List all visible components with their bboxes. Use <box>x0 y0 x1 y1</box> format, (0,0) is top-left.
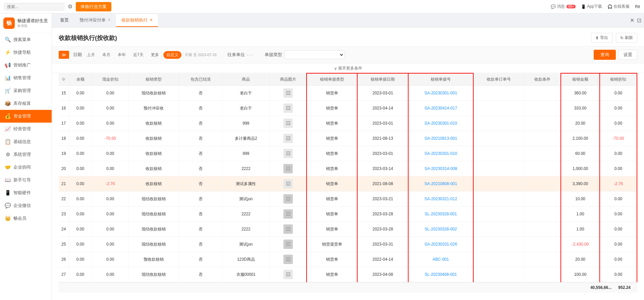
td-voucher-no[interactable]: SA-20230301-001 <box>408 86 473 101</box>
voucher-no-link[interactable]: SL-20230408-001 <box>425 272 457 277</box>
top-right-actions: 💬 消息 99+ 📱 App下载 🎧 在线客服 Rit <box>551 4 640 9</box>
sidebar-item-collab[interactable]: 🤝 企业协同 <box>0 161 52 174</box>
sidebar-item-marketing[interactable]: 📢 营销推广 <box>0 59 52 72</box>
settings-icon[interactable]: ⚙ <box>68 3 72 10</box>
sidebar-item-inventory[interactable]: 📦 库存核算 <box>0 97 52 110</box>
filter-expand-button[interactable]: ≫ <box>59 51 69 59</box>
th-verify-discount: 核销折扣 <box>600 73 637 86</box>
td-id: 18 <box>59 131 69 146</box>
td-voucher-no[interactable]: SA-20230314-008 <box>408 161 473 176</box>
table-row: 24 0.00 0.00 现结收款核销 否 2222 🖼 销货单 2023-03… <box>59 222 637 237</box>
sidebar-item-purchase[interactable]: 🛒 采购管理 <box>0 84 52 97</box>
voucher-no-link[interactable]: ABC-001 <box>433 257 449 262</box>
td-voucher-no[interactable]: SA-20230301-010 <box>408 146 473 161</box>
date-pill-7days[interactable]: 近7天 <box>130 51 147 59</box>
td-include-settled: 否 <box>179 267 222 282</box>
tab-home[interactable]: 首页 <box>55 14 74 27</box>
td-goods: 多计量商品2 <box>222 131 270 146</box>
voucher-no-link[interactable]: SA-20210813-001 <box>424 136 457 141</box>
user-name[interactable]: Rit <box>635 4 640 9</box>
td-goods: 2222 <box>222 161 270 176</box>
date-pill-this-month[interactable]: 本月 <box>99 51 113 59</box>
tab-verify[interactable]: 收款核销执行 ✕ <box>116 14 158 27</box>
td-balance: 0.00 <box>69 222 92 237</box>
sidebar-item-guide[interactable]: 📖 新手引导 <box>0 174 52 186</box>
goods-image: 🖼 <box>283 119 293 128</box>
td-receipt-condition <box>524 267 561 282</box>
export-button[interactable]: ⬆ 导出 <box>591 33 612 43</box>
sidebar-item-member[interactable]: 👑 畅会员 <box>0 212 52 225</box>
column-settings-icon[interactable]: ⚙ <box>62 77 65 82</box>
td-voucher-type: 销货单 <box>307 161 358 176</box>
voucher-no-link[interactable]: SA-20230314-008 <box>424 166 457 171</box>
page-content: 收款核销执行(按收款) ⬆ 导出 ↻ 刷新 ≫ 日期 <box>52 28 644 300</box>
tab-prepay-close[interactable]: ✕ <box>108 18 111 22</box>
th-receipt-order-no: 收款单订单号 <box>473 73 524 86</box>
td-include-settled: 否 <box>179 207 222 222</box>
date-pill-more[interactable]: 更多 <box>148 51 162 59</box>
export-icon: ⬆ <box>595 36 599 40</box>
td-voucher-no[interactable]: SA-20230321-012 <box>408 191 473 207</box>
td-cash-discount: 0.00 <box>92 161 128 176</box>
td-id: 26 <box>59 252 69 267</box>
td-cash-discount: 0.00 <box>92 86 128 101</box>
td-balance: 0.00 <box>69 161 92 176</box>
table-row: 25 0.00 0.00 现结收款核销 否 测试jun 🖼 销货退货单 2023… <box>59 237 637 252</box>
td-voucher-no[interactable]: SA-20230414-017 <box>408 101 473 116</box>
message-action[interactable]: 💬 消息 99+ <box>551 4 576 9</box>
td-voucher-type: 销货单 <box>307 176 358 191</box>
td-include-settled: 否 <box>179 252 222 267</box>
footer-total-amount: 40,556,66... <box>590 285 611 290</box>
sidebar-item-hardware[interactable]: 📱 智能硬件 <box>0 186 52 199</box>
date-pill-custom[interactable]: 自定义 <box>163 51 181 59</box>
sidebar-item-basic[interactable]: 📋 基础信息 <box>0 135 52 148</box>
date-pill-this-year[interactable]: 本年 <box>115 51 129 59</box>
online-service-action[interactable]: 🎧 在线客服 <box>607 4 630 9</box>
goods-image: 🖼 <box>283 224 293 234</box>
voucher-no-link[interactable]: SA-20230301-010 <box>424 121 457 126</box>
voucher-no-link[interactable]: SA-20230331-026 <box>424 242 457 247</box>
td-voucher-no[interactable]: SL-20230408-001 <box>408 267 473 282</box>
td-voucher-no[interactable]: SA-20210808-001 <box>408 176 473 191</box>
td-voucher-no[interactable]: SA-20210813-001 <box>408 131 473 146</box>
voucher-no-link[interactable]: SA-20230301-001 <box>424 91 457 95</box>
sidebar-item-wechat[interactable]: 💬 企业微信 <box>0 199 52 212</box>
td-voucher-no[interactable]: ABC-001 <box>408 252 473 267</box>
top-search-input[interactable] <box>4 3 64 10</box>
voucher-no-link[interactable]: SA-20210808-001 <box>424 181 457 186</box>
tab-verify-close[interactable]: ✕ <box>150 18 153 22</box>
td-verify-type: 现结收款核销 <box>128 86 179 101</box>
td-voucher-no[interactable]: SA-20230331-026 <box>408 237 473 252</box>
sidebar-item-management[interactable]: 📈 经营管理 <box>0 123 52 135</box>
voucher-no-link[interactable]: SL-20230328-001 <box>425 212 457 216</box>
td-receipt-condition <box>524 116 561 131</box>
sidebar-nav: 🔍 搜索菜单 ⚡ 快捷导航 📢 营销推广 📊 销售管理 🛒 采购管理 📦 <box>0 33 52 300</box>
td-voucher-no[interactable]: SL-20230328-002 <box>408 222 473 237</box>
table-scroll-wrapper[interactable]: ⚙ 余额 现金折扣 核销类型 包含已结清 商品 商品图片 核销单据类型 核销单据… <box>59 73 637 282</box>
query-button[interactable]: 查询 <box>594 50 616 60</box>
th-goods-img: 商品图片 <box>270 73 307 86</box>
tab-prepay[interactable]: 预付冲应付单 ✕ <box>74 14 116 27</box>
td-receipt-order-no <box>473 86 524 101</box>
setting-button[interactable]: 设置 <box>619 50 637 60</box>
sidebar-item-system[interactable]: ⚙ 系统管理 <box>0 148 52 161</box>
voucher-type-select[interactable] <box>284 50 344 59</box>
td-voucher-no[interactable]: SL-20230328-001 <box>408 207 473 222</box>
industry-solution-button[interactable]: 体验行业方案 <box>76 2 111 11</box>
sidebar-item-finance[interactable]: 💰 资金管理 <box>0 110 52 123</box>
refresh-button[interactable]: ↻ 刷新 <box>616 33 637 43</box>
content-area: 首页 预付冲应付单 ✕ 收款核销执行 ✕ ✕ ⊡ 收款核销执行(按收款) <box>52 13 644 300</box>
sidebar-item-sales[interactable]: 📊 销售管理 <box>0 72 52 84</box>
app-download-action[interactable]: 📱 App下载 <box>581 4 602 9</box>
td-voucher-no[interactable]: SA-20230301-010 <box>408 116 473 131</box>
voucher-no-link[interactable]: SA-20230414-017 <box>424 106 457 111</box>
sidebar-item-quicknav[interactable]: ⚡ 快捷导航 <box>0 46 52 59</box>
tab-close-all-icon[interactable]: ✕ <box>630 17 634 24</box>
voucher-no-link[interactable]: SA-20230321-012 <box>424 197 457 201</box>
tab-fullscreen-icon[interactable]: ⊡ <box>637 17 641 24</box>
sidebar-item-search[interactable]: 🔍 搜索菜单 <box>0 33 52 46</box>
voucher-no-link[interactable]: SL-20230328-002 <box>425 227 457 231</box>
expand-more-button[interactable]: ∨ 展开更多条件 <box>334 66 362 71</box>
voucher-no-link[interactable]: SA-20230301-010 <box>424 151 457 156</box>
date-pill-last-month[interactable]: 上月 <box>84 51 98 59</box>
